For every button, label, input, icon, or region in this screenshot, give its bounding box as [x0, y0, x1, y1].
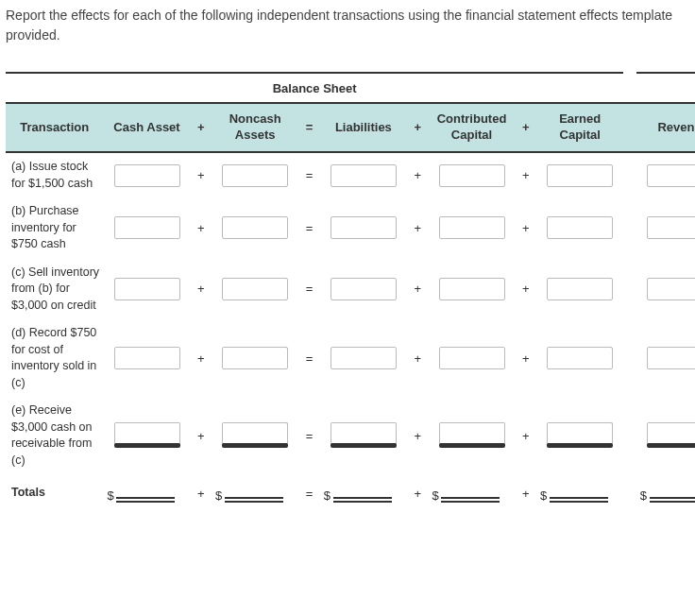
op: =	[298, 397, 319, 474]
contributed-capital-input[interactable]	[439, 278, 505, 300]
col-revenue: Revenu	[636, 103, 695, 152]
transaction-label: (c) Sell inventory from (b) for $3,000 o…	[6, 259, 103, 320]
earned-capital-input[interactable]	[547, 422, 613, 445]
total-underline	[441, 484, 500, 499]
op: +	[407, 319, 428, 397]
transaction-label: (b) Purchase inventory for $750 cash	[6, 197, 103, 259]
revenue-input[interactable]	[647, 422, 695, 445]
op: +	[191, 474, 212, 508]
op: =	[298, 474, 319, 508]
balance-sheet-header: Balance Sheet	[6, 73, 623, 103]
op: +	[407, 259, 428, 320]
spacer	[623, 103, 636, 152]
noncash-assets-input[interactable]	[222, 216, 288, 239]
total-underline	[333, 484, 392, 499]
col-cash-asset: Cash Asset	[103, 103, 190, 152]
noncash-assets-input[interactable]	[222, 164, 288, 187]
liabilities-input[interactable]	[331, 216, 397, 239]
cash-asset-input[interactable]	[114, 422, 180, 445]
currency-symbol: $	[540, 488, 550, 503]
liabilities-input[interactable]	[331, 422, 397, 445]
liabilities-input[interactable]	[331, 347, 397, 369]
cash-asset-input[interactable]	[114, 347, 180, 369]
totals-row: Totals$+$=$+$+$$	[6, 474, 695, 508]
op: +	[516, 259, 536, 320]
op: =	[298, 259, 319, 320]
cash-asset-total: $	[103, 474, 190, 508]
earned-capital-input[interactable]	[547, 164, 613, 187]
spacer	[623, 474, 636, 508]
noncash-assets-total: $	[212, 474, 298, 508]
liabilities-input[interactable]	[331, 164, 397, 187]
transaction-label: (e) Receive $3,000 cash on receivable fr…	[6, 397, 103, 474]
op: +	[191, 152, 212, 197]
col-op-equals: =	[298, 103, 319, 152]
transaction-label: (a) Issue stock for $1,500 cash	[6, 152, 103, 197]
op: +	[407, 474, 428, 508]
op: +	[191, 259, 212, 320]
currency-symbol: $	[640, 488, 650, 503]
table-row: (d) Record $750 for cost of inventory so…	[6, 319, 695, 397]
revenue-input[interactable]	[647, 216, 695, 239]
transaction-label: (d) Record $750 for cost of inventory so…	[6, 319, 103, 397]
col-op-plus2: +	[407, 103, 428, 152]
op: =	[298, 197, 319, 259]
col-op-plus1: +	[191, 103, 212, 152]
op: +	[407, 397, 428, 474]
contributed-capital-input[interactable]	[439, 422, 505, 445]
earned-capital-input[interactable]	[547, 278, 613, 300]
cash-asset-input[interactable]	[114, 216, 180, 239]
total-underline	[650, 484, 695, 499]
liabilities-input[interactable]	[331, 278, 397, 300]
op: +	[191, 319, 212, 397]
cash-asset-input[interactable]	[114, 278, 180, 300]
currency-symbol: $	[324, 488, 333, 503]
spacer	[623, 397, 636, 474]
currency-symbol: $	[432, 488, 441, 503]
contributed-capital-total: $	[428, 474, 515, 508]
earned-capital-total: $	[536, 474, 623, 508]
cash-asset-input[interactable]	[114, 164, 180, 187]
spacer	[623, 152, 636, 197]
table-row: (a) Issue stock for $1,500 cash+=++	[6, 152, 695, 197]
total-underline	[116, 484, 175, 499]
op: +	[516, 197, 536, 259]
liabilities-total: $	[320, 474, 407, 508]
contributed-capital-input[interactable]	[439, 347, 505, 369]
effects-table-wrapper: Balance Sheet Transaction Cash Asset + N…	[6, 72, 695, 508]
currency-symbol: $	[215, 488, 225, 503]
spacer	[623, 197, 636, 259]
op: =	[298, 319, 319, 397]
totals-label: Totals	[6, 474, 103, 508]
op: +	[407, 197, 428, 259]
earned-capital-input[interactable]	[547, 347, 613, 369]
op: =	[298, 152, 319, 197]
total-underline	[225, 484, 283, 499]
column-header-row: Transaction Cash Asset + Noncash Assets …	[6, 103, 695, 152]
table-row: (c) Sell inventory from (b) for $3,000 o…	[6, 259, 695, 320]
currency-symbol: $	[107, 488, 116, 503]
revenue-total: $	[636, 474, 695, 508]
noncash-assets-input[interactable]	[222, 278, 288, 300]
op: +	[516, 397, 536, 474]
total-underline	[550, 484, 608, 499]
op: +	[516, 319, 536, 397]
effects-table: Balance Sheet Transaction Cash Asset + N…	[6, 72, 695, 508]
earned-capital-input[interactable]	[547, 216, 613, 239]
op: +	[516, 474, 536, 508]
col-earned-capital: Earned Capital	[536, 103, 623, 152]
revenue-input[interactable]	[647, 164, 695, 187]
contributed-capital-input[interactable]	[439, 216, 505, 239]
noncash-assets-input[interactable]	[222, 347, 288, 369]
income-header	[636, 73, 695, 103]
spacer	[623, 259, 636, 320]
revenue-input[interactable]	[647, 278, 695, 300]
revenue-input[interactable]	[647, 347, 695, 369]
noncash-assets-input[interactable]	[222, 422, 288, 445]
instructions-text: Report the effects for each of the follo…	[6, 6, 695, 45]
contributed-capital-input[interactable]	[439, 164, 505, 187]
spacer	[623, 319, 636, 397]
group-header-row: Balance Sheet	[6, 73, 695, 103]
table-row: (b) Purchase inventory for $750 cash+=++	[6, 197, 695, 259]
col-transaction: Transaction	[6, 103, 103, 152]
